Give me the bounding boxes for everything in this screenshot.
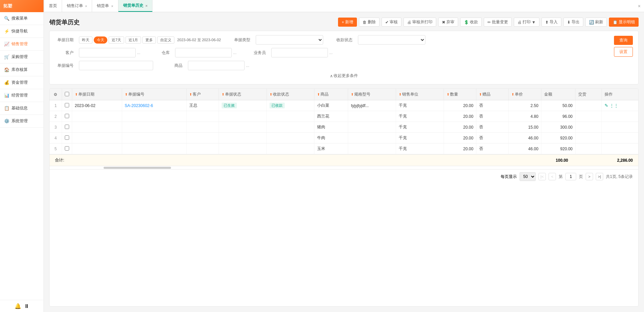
cell-goods: 牛肉: [314, 133, 348, 144]
tab-sales-order-close[interactable]: ×: [85, 4, 87, 8]
per-page-select[interactable]: 50: [520, 172, 536, 181]
table-wrapper: ⚙ ⬆单据日期 ⬆单据编号 ⬆客户 ⬆单据状态 ⬆收款状态 ⬆商品 ⬆规格型号 …: [50, 89, 638, 154]
date-btn-today[interactable]: 今天: [94, 36, 107, 44]
tab-home[interactable]: 首页: [44, 0, 62, 12]
abandon-button[interactable]: ✖ 弃审: [438, 18, 458, 27]
cell-checkbox[interactable]: [62, 111, 72, 122]
date-btn-yesterday[interactable]: 昨天: [79, 36, 92, 44]
col-collect-status[interactable]: ⬆收款状态: [267, 89, 314, 100]
collapse-button[interactable]: ∧ 收起更多条件: [329, 72, 359, 80]
settings-button[interactable]: 设置: [614, 47, 633, 57]
query-button[interactable]: 查询: [614, 36, 633, 45]
cell-gift: 否: [476, 133, 509, 144]
edit-action-btn[interactable]: ✎: [605, 103, 608, 108]
tab-sales-history[interactable]: 销货单历史 ×: [118, 0, 152, 12]
tab-sales-history-close[interactable]: ×: [145, 4, 147, 8]
cell-checkbox[interactable]: [62, 100, 72, 111]
cell-row-num: 1: [50, 100, 62, 111]
sidebar-item-sales-mgmt[interactable]: 📈 销售管理: [0, 38, 44, 51]
col-checkbox[interactable]: [62, 89, 72, 100]
cell-goods: 玉米: [314, 144, 348, 154]
tab-sales-goods-close[interactable]: ×: [111, 4, 113, 8]
inventory-icon: 🏠: [4, 67, 9, 73]
tab-sales-goods[interactable]: 销货单 ×: [92, 0, 118, 12]
row-checkbox-4[interactable]: [65, 146, 69, 151]
select-all-checkbox[interactable]: [65, 92, 69, 96]
date-btn-1month[interactable]: 近1月: [125, 36, 141, 44]
col-qty[interactable]: ⬆数量: [444, 89, 476, 100]
new-button[interactable]: + 新增: [338, 18, 357, 27]
agent-ellipsis[interactable]: ...: [329, 50, 333, 55]
doc-num-input[interactable]: [79, 61, 153, 70]
tab-sales-history-label: 销货单历史: [123, 3, 143, 8]
summary-total-amount: 2,286.00: [606, 158, 633, 163]
prev-page-btn[interactable]: <: [549, 173, 556, 180]
audit-button[interactable]: ✔ 审核: [382, 18, 401, 27]
audit-print-button[interactable]: 🖨 审核并打印: [403, 18, 436, 27]
cell-checkbox[interactable]: [62, 133, 72, 144]
col-doc-status[interactable]: ⬆单据状态: [219, 89, 267, 100]
cell-doc-num[interactable]: SA-20230602-6: [122, 100, 186, 111]
col-gift[interactable]: ⬆赠品: [476, 89, 509, 100]
print-button[interactable]: 🖨 打印 ▼: [514, 18, 539, 27]
cell-checkbox[interactable]: [62, 122, 72, 133]
tab-home-label: 首页: [49, 3, 57, 9]
col-unit[interactable]: ⬆销售单位: [396, 89, 444, 100]
col-doc-num[interactable]: ⬆单据编号: [122, 89, 186, 100]
goods-input[interactable]: [188, 61, 245, 70]
row-checkbox-1[interactable]: [65, 114, 69, 118]
sidebar-item-finance-mgmt[interactable]: 💰 资金管理: [0, 76, 44, 89]
next-page-btn[interactable]: >: [586, 173, 593, 180]
tab-sales-order[interactable]: 销售订单 ×: [62, 0, 92, 12]
goods-ellipsis[interactable]: ...: [246, 63, 249, 68]
col-settings[interactable]: ⚙: [50, 89, 62, 100]
delete-button[interactable]: 🗑 删除: [359, 18, 380, 27]
sidebar-item-quick-nav[interactable]: ⚡ 快捷导航: [0, 25, 44, 38]
page-input[interactable]: [565, 173, 576, 180]
scrollbar-thumb[interactable]: [104, 167, 171, 169]
cell-row-num: 2: [50, 111, 62, 122]
refresh-button[interactable]: 🔄 刷新: [585, 18, 607, 27]
customer-ellipsis[interactable]: ...: [137, 50, 140, 55]
collect-status-select[interactable]: [358, 35, 425, 45]
first-page-btn[interactable]: |<: [538, 173, 546, 180]
sidebar-item-search-menu[interactable]: 🔍 搜索菜单: [0, 12, 44, 25]
batch-change-button[interactable]: ✏ 批量变更: [484, 18, 512, 27]
cell-checkbox[interactable]: [62, 144, 72, 154]
sidebar-item-inventory-calc[interactable]: 🏠 库存核算: [0, 63, 44, 76]
table-scrollbar[interactable]: [50, 166, 638, 169]
notification-icon[interactable]: 🔔: [15, 303, 21, 309]
export-button[interactable]: ⬇ 导出: [563, 18, 583, 27]
more-action-btn[interactable]: ⋮⋮: [610, 103, 618, 108]
show-detail-button[interactable]: 📋 显示明细: [609, 18, 639, 27]
col-price[interactable]: ⬆单价: [509, 89, 541, 100]
col-spec[interactable]: ⬆规格型号: [348, 89, 396, 100]
import-button[interactable]: ⬆ 导入: [541, 18, 561, 27]
sidebar-item-basic-info[interactable]: 📋 基础信息: [0, 102, 44, 115]
date-btn-more[interactable]: 更多: [142, 36, 156, 44]
row-checkbox-0[interactable]: [65, 103, 69, 107]
doc-type-select[interactable]: [256, 35, 323, 45]
col-doc-date[interactable]: ⬆单据日期: [72, 89, 122, 100]
agent-input[interactable]: [271, 48, 328, 57]
date-btn-custom[interactable]: 自定义: [157, 36, 174, 44]
customer-input[interactable]: [79, 48, 136, 57]
tab-bar-close[interactable]: ×: [638, 3, 644, 9]
cell-action: [601, 111, 638, 122]
col-goods[interactable]: ⬆商品: [314, 89, 348, 100]
last-page-btn[interactable]: >|: [596, 173, 603, 180]
sidebar-item-purchase-mgmt[interactable]: 🛒 采购管理: [0, 51, 44, 63]
warehouse-input[interactable]: [175, 48, 232, 57]
row-checkbox-2[interactable]: [65, 125, 69, 129]
date-btn-7days[interactable]: 近7天: [109, 36, 124, 44]
row-checkbox-3[interactable]: [65, 135, 69, 140]
toolbar: + 新增 🗑 删除 ✔ 审核 🖨 审核并打印 ✖ 弃审: [338, 18, 639, 27]
cell-spec: [348, 122, 396, 133]
warehouse-ellipsis[interactable]: ...: [233, 50, 236, 55]
cell-customer: 王总: [186, 100, 219, 111]
sidebar-item-ops-mgmt[interactable]: 📊 经营管理: [0, 89, 44, 102]
sidebar-item-sys-mgmt[interactable]: ⚙️ 系统管理: [0, 115, 44, 128]
col-customer[interactable]: ⬆客户: [186, 89, 219, 100]
collect-button[interactable]: 💲 收款: [460, 18, 482, 27]
pause-icon[interactable]: ⏸: [24, 303, 29, 309]
